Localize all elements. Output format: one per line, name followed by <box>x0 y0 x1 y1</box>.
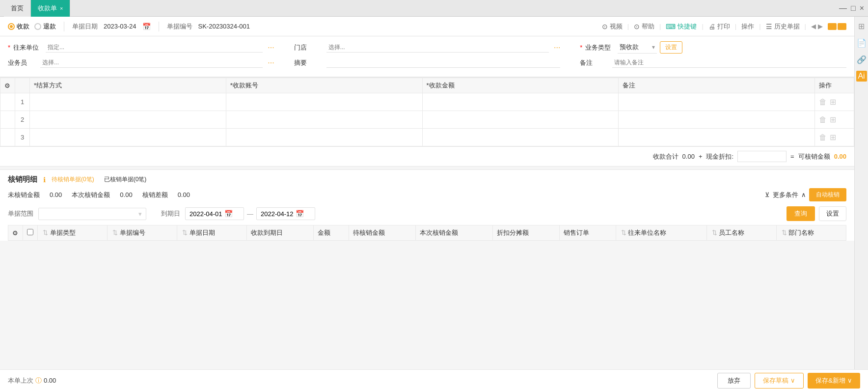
row-1-num: 1 <box>15 93 30 111</box>
row-2-copy-icon[interactable]: ⊞ <box>830 115 836 124</box>
biz-type-settings-btn[interactable]: 设置 <box>660 41 682 54</box>
bt-select-all[interactable] <box>27 229 33 235</box>
query-btn[interactable]: 查询 <box>787 206 815 221</box>
discount-input[interactable] <box>737 151 787 162</box>
footer-info-icon[interactable]: ⓘ <box>35 376 42 385</box>
counterpart-input[interactable] <box>46 42 263 53</box>
row-2-account-input[interactable] <box>226 111 422 128</box>
save-draft-btn[interactable]: 保存草稿 ∨ <box>755 373 804 389</box>
verify-info-icon[interactable]: ℹ <box>43 176 46 184</box>
doc-range-select[interactable]: ▾ <box>38 208 146 220</box>
row-1-amount-input[interactable] <box>423 93 619 111</box>
bt-col-checkbox[interactable] <box>23 225 38 241</box>
print-label: 打印 <box>717 22 730 31</box>
row-2-payment-input[interactable] <box>30 111 226 128</box>
sidebar-doc-icon[interactable]: 📄 <box>856 37 867 48</box>
row-3-notes[interactable] <box>619 129 815 146</box>
row-1-payment-input[interactable] <box>30 93 226 111</box>
help-label: 帮助 <box>642 22 654 31</box>
row-2-amount-input[interactable] <box>423 111 619 128</box>
row-1-delete-icon[interactable]: 🗑 <box>819 98 827 107</box>
cal-from-icon[interactable]: 📅 <box>224 210 233 218</box>
operate-action[interactable]: 操作 <box>741 22 754 31</box>
doc-label: 单据编号 <box>167 22 192 31</box>
biz-type-value: 预收款 <box>620 43 650 52</box>
window-close-btn[interactable]: × <box>860 4 864 13</box>
row-1-notes[interactable] <box>619 93 815 111</box>
verify-settings-btn[interactable]: 设置 <box>819 206 846 221</box>
staff-input[interactable] <box>40 57 263 68</box>
abandon-btn[interactable]: 放弃 <box>717 373 751 389</box>
bt-col-current: 本次核销金额 <box>415 225 493 241</box>
shortcut-action[interactable]: ⌨ 快捷键 <box>666 22 697 31</box>
staff-field: 业务员 ··· <box>8 57 274 68</box>
tab-receipt-close[interactable]: × <box>60 5 63 11</box>
row-1-account-input[interactable] <box>226 93 422 111</box>
store-input[interactable] <box>326 42 549 53</box>
row-3-account-input[interactable] <box>226 129 422 146</box>
sidebar-ai-icon[interactable]: Ai <box>856 71 867 82</box>
row-3-amount[interactable] <box>422 129 619 146</box>
bt-col-sales-order: 销售订单 <box>560 225 616 241</box>
tab-receipt[interactable]: 收款单 × <box>31 0 70 17</box>
summary-input[interactable] <box>326 57 561 68</box>
save-new-btn[interactable]: 保存&新增 ∨ <box>808 373 860 389</box>
print-action[interactable]: 🖨 打印 <box>708 22 730 31</box>
col-action-header: 操作 <box>815 78 854 93</box>
row-1-amount[interactable] <box>422 93 619 111</box>
row-3-amount-input[interactable] <box>423 129 619 146</box>
nav-next[interactable]: ▶ <box>818 23 823 30</box>
radio-refund[interactable]: 退款 <box>34 22 56 31</box>
store-more-btn[interactable]: ··· <box>554 43 560 52</box>
row-3-notes-input[interactable] <box>619 129 814 146</box>
sidebar-table-icon[interactable]: ⊞ <box>856 21 867 31</box>
radio-refund-circle <box>34 23 41 30</box>
counterpart-more-btn[interactable]: ··· <box>268 43 274 52</box>
footer-doc-label: 本单上次 <box>8 376 33 385</box>
verify-section: 核销明细 ℹ 待核销单据(0笔) 已核销单据(0笔) 未核销金额 0.00 本次… <box>0 170 854 241</box>
biz-type-select[interactable]: 预收款 ▾ <box>618 41 657 54</box>
row-2-amount[interactable] <box>422 111 619 129</box>
row-2-notes[interactable] <box>619 111 815 129</box>
row-2-action: 🗑 ⊞ <box>815 111 854 129</box>
bt-col-staff: ⇅ 员工名称 <box>706 225 776 241</box>
bt-col-settings[interactable]: ⚙ <box>8 225 23 241</box>
grid-view-btn[interactable] <box>838 23 846 30</box>
window-maximize-btn[interactable]: □ <box>851 4 856 13</box>
window-minimize-btn[interactable]: — <box>839 4 847 13</box>
history-action[interactable]: ☰ 历史单据 <box>766 22 800 31</box>
video-action[interactable]: ⊙ 视频 <box>602 22 623 31</box>
row-1-notes-input[interactable] <box>619 93 814 111</box>
row-1-copy-icon[interactable]: ⊞ <box>830 97 836 107</box>
row-2-account[interactable] <box>226 111 422 129</box>
row-3-payment-input[interactable] <box>30 129 226 146</box>
verify-done-tab[interactable]: 已核销单据(0笔) <box>104 175 147 184</box>
row-2-payment[interactable] <box>30 111 226 129</box>
notes-input[interactable] <box>612 57 846 68</box>
row-2-notes-input[interactable] <box>619 111 814 128</box>
col-settings-header[interactable]: ⚙ <box>0 78 15 93</box>
date-range-separator: — <box>247 210 253 218</box>
cal-to-icon[interactable]: 📅 <box>296 210 304 218</box>
row-3-action: 🗑 ⊞ <box>815 129 854 146</box>
row-3-copy-icon[interactable]: ⊞ <box>830 133 836 142</box>
row-3-delete-icon[interactable]: 🗑 <box>819 133 827 142</box>
tab-home[interactable]: 首页 <box>4 0 31 17</box>
verify-pending-tab[interactable]: 待核销单据(0笔) <box>52 175 94 184</box>
row-2-delete-icon[interactable]: 🗑 <box>819 115 827 124</box>
row-3-account[interactable] <box>226 129 422 146</box>
radio-receipt[interactable]: 收款 <box>8 22 29 31</box>
radio-receipt-label: 收款 <box>17 22 29 31</box>
row-3-payment[interactable] <box>30 129 226 146</box>
auto-verify-btn[interactable]: 自动核销 <box>809 188 846 201</box>
row-1-payment[interactable] <box>30 93 226 111</box>
row-1-account[interactable] <box>226 93 422 111</box>
list-view-btn[interactable] <box>828 23 837 30</box>
table-row: 2 🗑 ⊞ <box>0 111 854 129</box>
nav-prev[interactable]: ◀ <box>811 23 816 30</box>
sidebar-link-icon[interactable]: 🔗 <box>856 54 867 65</box>
calendar-icon[interactable]: 📅 <box>142 23 151 30</box>
help-action[interactable]: ⊙ 帮助 <box>634 22 654 31</box>
more-conditions-btn[interactable]: ⊻ 更多条件 ∧ 自动核销 <box>765 188 846 201</box>
staff-more-btn[interactable]: ··· <box>268 58 274 67</box>
